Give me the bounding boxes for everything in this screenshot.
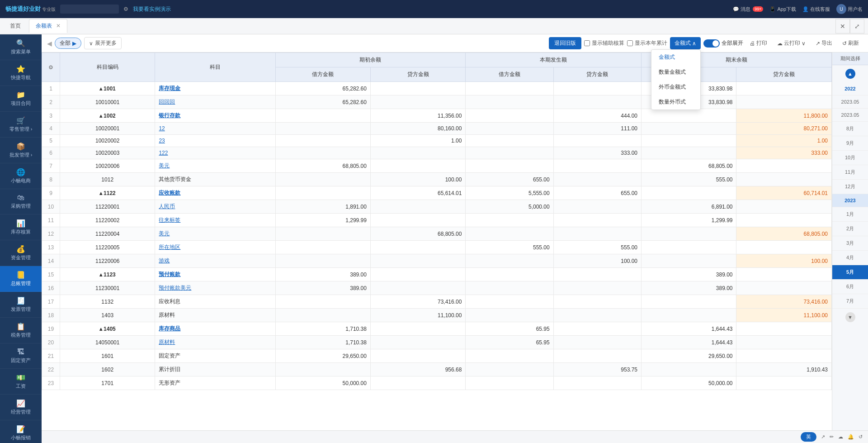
sidebar-item-invoice[interactable]: 🧾 发票管理 — [0, 292, 42, 318]
demo-link[interactable]: 我要看实例演示 — [133, 5, 171, 13]
sidebar-item-purchase[interactable]: 🛍 采购管理 — [0, 189, 42, 214]
year-up-btn[interactable]: ▲ — [845, 69, 855, 79]
month-8[interactable]: 8月 — [832, 122, 868, 136]
month-4[interactable]: 4月 — [832, 251, 868, 265]
cell-name[interactable]: 23 — [155, 135, 275, 147]
sidebar-item-ecommerce[interactable]: 🌐 小畅电商 — [0, 163, 42, 189]
sidebar-item-general-ledger[interactable]: 📒 总账管理 — [0, 266, 42, 292]
sidebar-item-finance[interactable]: 💰 资金管理 — [0, 240, 42, 266]
expand-more-btn[interactable]: ∨ 展开更多 — [84, 37, 122, 49]
cell-name[interactable]: 其他货币资金 — [155, 173, 275, 186]
app-download-btn[interactable]: 📱 App下载 — [769, 6, 796, 13]
cell-name[interactable]: 无形资产 — [155, 376, 275, 390]
cell-name[interactable]: 预付账款 — [155, 268, 275, 281]
wholesale-icon: 📦 — [2, 142, 40, 151]
folder-icon: 📁 — [2, 91, 40, 99]
refresh-btn[interactable]: ↺ 刷新 — [839, 38, 863, 49]
month-10[interactable]: 10月 — [832, 151, 868, 165]
cell-name[interactable]: 累计折旧 — [155, 363, 275, 376]
tab-home[interactable]: 首页 — [4, 19, 27, 33]
sidebar-item-inventory[interactable]: 📊 库存核算 — [0, 214, 42, 240]
view-mode-dropdown[interactable]: 金额式 ∧ 金额式 数量金额式 外币金额式 数量外币式 — [670, 37, 701, 49]
bottom-icon-2[interactable]: ✏ — [830, 434, 834, 440]
bottom-icon-1[interactable]: ↗ — [821, 434, 825, 440]
sidebar-item-search[interactable]: 🔍 搜索菜单 — [0, 34, 42, 60]
month-6[interactable]: 6月 — [832, 280, 868, 294]
cell-name[interactable]: 美元 — [155, 159, 275, 173]
bottom-icon-5[interactable]: ↺ — [859, 434, 863, 440]
view-mode-foreign-amount[interactable]: 外币金额式 — [651, 80, 700, 95]
year-down-btn[interactable]: ▼ — [845, 312, 855, 322]
view-mode-qty-foreign[interactable]: 数量外币式 — [651, 95, 700, 110]
cell-name[interactable]: 原材料 — [155, 309, 275, 322]
export-btn[interactable]: ↗ 导出 — [812, 38, 836, 49]
ledger-icon: 📒 — [2, 271, 40, 279]
cell-name[interactable]: 银行存款 — [155, 109, 275, 123]
sidebar-item-fixed-assets[interactable]: 🏗 固定资产 — [0, 343, 42, 369]
bottom-icon-3[interactable]: ☁ — [838, 434, 843, 440]
cell-name[interactable]: 原材料 — [155, 336, 275, 349]
close-window-btn[interactable]: ✕ — [835, 19, 850, 33]
online-service-btn[interactable]: 👤 在线客服 — [802, 6, 830, 13]
cell-name[interactable]: 游戏 — [155, 254, 275, 268]
month-7[interactable]: 7月 — [832, 294, 868, 309]
expand-all-toggle[interactable]: 全部展开 — [703, 39, 743, 48]
expand-window-btn[interactable]: ⤢ — [850, 19, 864, 33]
month-1[interactable]: 1月 — [832, 207, 868, 222]
sidebar-item-wholesale[interactable]: 📦 批发管理 › — [0, 138, 42, 163]
cell-name[interactable]: 应收利息 — [155, 295, 275, 309]
cell-closing-credit — [736, 214, 832, 227]
toggle-switch[interactable] — [703, 39, 720, 48]
sidebar-item-tax[interactable]: 📋 税务管理 — [0, 318, 42, 343]
show-assist-checkbox[interactable]: 显示辅助核算 — [584, 39, 624, 47]
cell-name[interactable]: 库存商品 — [155, 322, 275, 336]
messages-btn[interactable]: 💬 消息 99+ — [733, 6, 763, 13]
cell-name[interactable]: 122 — [155, 147, 275, 159]
settings-icon[interactable]: ⚙ — [48, 64, 53, 71]
cell-name[interactable]: 往来标签 — [155, 214, 275, 227]
sidebar-item-payroll[interactable]: 💵 工资 — [0, 369, 42, 395]
cell-name[interactable]: 预付账款美元 — [155, 281, 275, 295]
cell-name[interactable]: 库存现金 — [155, 82, 275, 95]
cell-name[interactable]: 回回回 — [155, 95, 275, 109]
cell-name[interactable]: 人民币 — [155, 200, 275, 214]
back-old-version-btn[interactable]: 退回旧版 — [549, 37, 581, 49]
back-icon[interactable]: ◀ — [47, 40, 52, 47]
sidebar-item-reports[interactable]: 📝 小畅报销 — [0, 420, 42, 443]
view-mode-btn[interactable]: 金额式 ∧ — [670, 37, 701, 49]
month-11[interactable]: 11月 — [832, 165, 868, 180]
top-search-input[interactable] — [60, 5, 119, 14]
tab-balance[interactable]: 余额表 ✕ — [29, 19, 67, 33]
cell-period-debit: 655.00 — [466, 173, 553, 186]
cell-code: ▴ 1123 — [60, 268, 155, 281]
month-3[interactable]: 3月 — [832, 236, 868, 251]
cell-name[interactable]: 应收账款 — [155, 186, 275, 200]
cell-name[interactable]: 美元 — [155, 227, 275, 241]
month-12[interactable]: 12月 — [832, 180, 868, 194]
sidebar-item-project[interactable]: 📁 项目合同 — [0, 86, 42, 112]
print-btn[interactable]: 🖨 打印 — [746, 38, 771, 49]
sidebar-item-retail[interactable]: 🛒 零售管理 › — [0, 112, 42, 138]
translate-btn[interactable]: 英 — [801, 432, 816, 442]
sidebar-item-quick-nav[interactable]: ⭐ 快捷导航 — [0, 60, 42, 86]
show-ytd-checkbox[interactable]: 显示本年累计 — [627, 39, 667, 47]
month-2023-05-second[interactable]: 2023.05 — [832, 109, 868, 122]
view-mode-qty-amount[interactable]: 数量金额式 — [651, 65, 700, 80]
month-2023-05-first[interactable]: 2023.05 — [832, 95, 868, 109]
month-9[interactable]: 9月 — [832, 136, 868, 151]
cell-name[interactable]: 固定资产 — [155, 349, 275, 363]
cell-name[interactable]: 所在地区 — [155, 241, 275, 254]
month-5-active[interactable]: 5月 — [832, 265, 868, 280]
cell-name[interactable]: 12 — [155, 123, 275, 135]
view-mode-amount[interactable]: 金额式 — [651, 50, 700, 65]
user-avatar[interactable]: U 用户名 — [836, 4, 863, 14]
cell-closing-credit — [736, 349, 832, 363]
sidebar-item-operations[interactable]: 📈 经营管理 — [0, 395, 42, 420]
bottom-icon-4[interactable]: 🔔 — [848, 434, 854, 440]
breadcrumb-all-btn[interactable]: 全部 ▶ — [55, 38, 81, 49]
tab-close-btn[interactable]: ✕ — [56, 23, 61, 29]
table-row: 1▴ 1001库存现金65,282.6033,830.98 — [42, 82, 832, 95]
cloud-print-btn[interactable]: ☁ 云打印 ∨ — [774, 38, 809, 49]
month-2[interactable]: 2月 — [832, 222, 868, 236]
settings-icon[interactable]: ⚙ — [123, 6, 128, 12]
